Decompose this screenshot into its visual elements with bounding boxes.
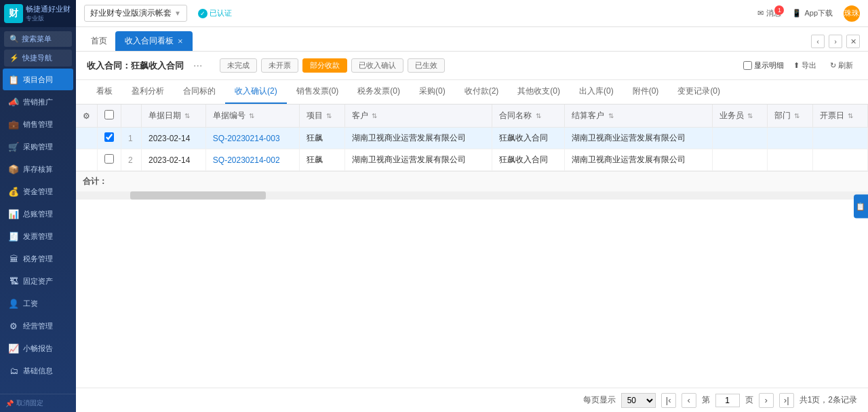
page-number-input[interactable]	[715, 394, 740, 407]
sidebar-item-sales[interactable]: 💼 销售管理	[3, 113, 73, 135]
close-tab-button[interactable]: ✕	[846, 35, 860, 48]
sidebar-item-tax[interactable]: 🏛 税务管理	[3, 248, 73, 269]
sort-dept-icon[interactable]: ⇅	[794, 112, 800, 119]
cell-code[interactable]: SQ-20230214-002	[205, 149, 299, 171]
company-selector[interactable]: 好业财专业版演示帐套 ▼	[84, 5, 187, 22]
status-btn-partial[interactable]: 部分收款	[302, 58, 347, 73]
basic-icon: 🗂	[8, 365, 19, 376]
cell-code[interactable]: SQ-20230214-003	[205, 128, 299, 149]
sidebar-item-label: 营销推广	[23, 97, 53, 107]
tab-other-income[interactable]: 其他收支(0)	[508, 80, 570, 104]
sidebar-item-invoice[interactable]: 🧾 发票管理	[3, 225, 73, 247]
sort-customer-icon[interactable]: ⇅	[372, 112, 377, 119]
sidebar-item-basic[interactable]: 🗂 基础信息	[3, 360, 73, 381]
select-all-checkbox[interactable]	[104, 110, 114, 119]
horizontal-scrollbar[interactable]	[76, 191, 868, 200]
cell-salesman	[712, 128, 767, 149]
sidebar-item-general[interactable]: 📊 总账管理	[3, 203, 73, 225]
col-contract-header: 合同名称 ⇅	[492, 105, 565, 128]
sidebar-item-hr[interactable]: 👤 工资	[3, 293, 73, 314]
tab-kanban[interactable]: 看板	[87, 80, 122, 104]
status-btn-confirmed[interactable]: 已收入确认	[351, 58, 403, 73]
last-page-button[interactable]: ›|	[779, 393, 794, 408]
close-tab-icon[interactable]: ×	[178, 36, 183, 46]
tab-sales-invoice[interactable]: 销售发票(0)	[287, 80, 349, 104]
data-table: ⚙ 单据日期 ⇅ 单据编号 ⇅ 项目	[76, 105, 868, 171]
search-menu-button[interactable]: 🔍 搜索菜单	[4, 31, 72, 47]
row-checkbox[interactable]	[104, 132, 114, 142]
sort-salesman-icon[interactable]: ⇅	[747, 112, 753, 119]
page-unit-label: 页	[745, 394, 753, 406]
status-btn-effective[interactable]: 已生效	[408, 58, 445, 73]
message-button[interactable]: ✉ 消息 1	[757, 8, 781, 18]
sort-code-icon[interactable]: ⇅	[249, 112, 254, 119]
sidebar-item-marketing[interactable]: 📣 营销推广	[3, 91, 73, 113]
tab-bar: 首页 收入合同看板 × ‹ › ✕	[76, 27, 868, 52]
quick-nav-button[interactable]: ⚡ 快捷导航	[4, 50, 72, 67]
page-title: 收入合同：狂飙收入合同	[87, 60, 184, 72]
refresh-button[interactable]: ↻ 刷新	[826, 59, 857, 72]
first-page-button[interactable]: |‹	[661, 393, 676, 408]
tab-purchase[interactable]: 采购(0)	[410, 80, 455, 104]
sort-contract-icon[interactable]: ⇅	[536, 112, 541, 119]
cell-opendate	[812, 128, 867, 149]
show-detail-checkbox[interactable]	[743, 61, 752, 70]
active-page-tab[interactable]: 收入合同看板 ×	[115, 31, 193, 51]
doc-code-link[interactable]: SQ-20230214-003	[213, 134, 280, 143]
sidebar-item-project[interactable]: 📋 项目合同	[3, 69, 73, 90]
cell-project: 狂飙	[299, 128, 344, 149]
sidebar-item-label: 项目合同	[23, 75, 53, 85]
status-btn-uninvoiced[interactable]: 未开票	[261, 58, 298, 73]
header-right-actions: 显示明细 ⬆ 导出 ↻ 刷新	[743, 59, 857, 72]
prev-page-button[interactable]: ‹	[682, 393, 696, 408]
export-icon: ⬆	[793, 61, 800, 70]
next-page-button[interactable]: ›	[759, 393, 774, 408]
tab-change-log[interactable]: 变更记录(0)	[668, 80, 730, 104]
tab-in-out[interactable]: 出入库(0)	[570, 80, 623, 104]
top-right-actions: ✉ 消息 1 📱 App下载 珠珠	[757, 5, 860, 22]
sidebar-item-label: 发票管理	[23, 231, 53, 242]
doc-code-link[interactable]: SQ-20230214-002	[213, 155, 280, 165]
cell-salesman	[712, 149, 767, 171]
sidebar-item-purchase[interactable]: 🛒 采购管理	[3, 136, 73, 157]
general-icon: 📊	[8, 208, 19, 219]
settings-icon[interactable]: ⚙	[83, 111, 90, 121]
status-btn-incomplete[interactable]: 未完成	[220, 58, 257, 73]
sidebar-item-finance[interactable]: 💰 资金管理	[3, 181, 73, 202]
next-tab-button[interactable]: ›	[829, 35, 842, 48]
sidebar-item-report[interactable]: 📈 小畅报告	[3, 337, 73, 359]
side-action-bar[interactable]: 📋	[854, 194, 868, 218]
table-row[interactable]: 1 2023-02-14 SQ-20230214-003 狂飙 湖南卫视商业运营…	[76, 128, 868, 149]
sidebar-item-fixed[interactable]: 🏗 固定资产	[3, 270, 73, 292]
tab-contract-item[interactable]: 合同标的	[174, 80, 225, 104]
export-button[interactable]: ⬆ 导出	[789, 59, 821, 72]
tab-payment[interactable]: 收付款(2)	[455, 80, 509, 104]
sort-date-icon[interactable]: ⇅	[184, 112, 190, 119]
row-checkbox[interactable]	[104, 154, 114, 164]
sort-settled-icon[interactable]: ⇅	[608, 112, 614, 119]
tab-profit[interactable]: 盈利分析	[122, 80, 174, 104]
prev-tab-button[interactable]: ‹	[811, 35, 825, 48]
home-tab[interactable]: 首页	[84, 31, 114, 51]
total-count-label: 共1页，2条记录	[800, 394, 857, 406]
table-row[interactable]: 2 2023-02-14 SQ-20230214-002 狂飙 湖南卫视商业运营…	[76, 149, 868, 171]
app-download-button[interactable]: 📱 App下载	[792, 8, 833, 18]
sidebar-item-inventory[interactable]: 📦 库存核算	[3, 158, 73, 180]
scroll-thumb[interactable]	[130, 191, 266, 200]
sidebar-item-label: 销售管理	[23, 119, 53, 130]
sort-opendate-icon[interactable]: ⇅	[848, 112, 853, 119]
sidebar-item-manage[interactable]: ⚙ 经营管理	[3, 315, 73, 337]
manage-icon: ⚙	[8, 320, 19, 331]
tab-income-confirm[interactable]: 收入确认(2)	[225, 80, 287, 104]
per-page-select[interactable]: 50 20 100	[621, 393, 656, 408]
tab-attachment[interactable]: 附件(0)	[623, 80, 669, 104]
user-avatar-button[interactable]: 珠珠	[844, 5, 860, 22]
more-options-button[interactable]: ···	[191, 60, 205, 72]
unpin-button[interactable]: 📌 取消固定	[0, 394, 76, 412]
project-icon: 📋	[8, 74, 19, 85]
tab-tax-invoice[interactable]: 税务发票(0)	[348, 80, 410, 104]
show-detail-label[interactable]: 显示明细	[743, 60, 784, 71]
sort-project-icon[interactable]: ⇅	[326, 112, 332, 119]
sales-icon: 💼	[8, 119, 19, 130]
logo-sub: 专业版	[26, 14, 71, 23]
